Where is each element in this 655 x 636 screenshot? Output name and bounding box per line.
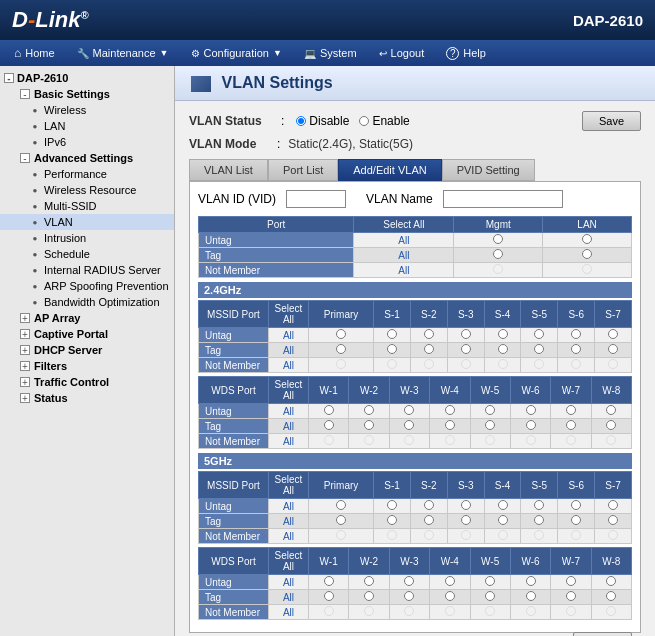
radio[interactable] [606,420,616,430]
radio[interactable] [445,405,455,415]
radio[interactable] [526,606,536,616]
vname-input[interactable] [443,190,563,208]
radio[interactable] [526,591,536,601]
radio[interactable] [445,420,455,430]
status-enable-radio[interactable] [359,116,369,126]
radio[interactable] [445,606,455,616]
sidebar-item-vlan[interactable]: ● VLAN [0,214,174,230]
sidebar-root-dap[interactable]: - DAP-2610 [0,70,174,86]
sidebar-group-traffic[interactable]: + Traffic Control [0,374,174,390]
radio[interactable] [526,405,536,415]
radio[interactable] [387,344,397,354]
radio[interactable] [424,359,434,369]
sidebar-item-performance[interactable]: ● Performance [0,166,174,182]
sidebar-group-basic[interactable]: - Basic Settings [0,86,174,102]
radio[interactable] [404,591,414,601]
radio[interactable] [566,405,576,415]
radio[interactable] [364,420,374,430]
sidebar-item-radius[interactable]: ● Internal RADIUS Server [0,262,174,278]
radio[interactable] [404,606,414,616]
5g-wds-tag-all[interactable]: All [283,592,294,603]
radio[interactable] [566,420,576,430]
radio[interactable] [387,500,397,510]
tab-port-list[interactable]: Port List [268,159,338,181]
radio[interactable] [445,591,455,601]
tag-all-link[interactable]: All [398,250,409,261]
24g-wds-nm-all[interactable]: All [283,436,294,447]
status-disable-radio[interactable] [296,116,306,126]
notmember-all-link[interactable]: All [398,265,409,276]
radio[interactable] [608,329,618,339]
radio[interactable] [571,515,581,525]
radio[interactable] [526,435,536,445]
radio[interactable] [608,530,618,540]
radio[interactable] [424,344,434,354]
radio[interactable] [387,359,397,369]
radio[interactable] [606,435,616,445]
24g-wds-untag-all[interactable]: All [283,406,294,417]
radio[interactable] [324,435,334,445]
radio[interactable] [461,530,471,540]
nav-help[interactable]: ? Help [436,44,496,63]
radio[interactable] [461,344,471,354]
radio[interactable] [445,435,455,445]
radio[interactable] [336,515,346,525]
sidebar-group-ap-array[interactable]: + AP Array [0,310,174,326]
5g-mssid-tag-all[interactable]: All [283,516,294,527]
sidebar-group-filters[interactable]: + Filters [0,358,174,374]
tag-mgmt-radio[interactable] [493,249,503,259]
radio[interactable] [485,591,495,601]
sidebar-item-wireless-resource[interactable]: ● Wireless Resource [0,182,174,198]
tab-vlan-list[interactable]: VLAN List [189,159,268,181]
radio[interactable] [336,359,346,369]
radio[interactable] [566,576,576,586]
radio[interactable] [364,606,374,616]
radio[interactable] [364,435,374,445]
radio[interactable] [534,344,544,354]
radio[interactable] [498,530,508,540]
radio[interactable] [404,576,414,586]
radio[interactable] [461,500,471,510]
radio[interactable] [324,420,334,430]
radio[interactable] [608,500,618,510]
radio[interactable] [534,515,544,525]
radio[interactable] [498,329,508,339]
radio[interactable] [608,515,618,525]
radio[interactable] [571,500,581,510]
untag-all-link[interactable]: All [398,235,409,246]
24g-mssid-untag-all[interactable]: All [283,330,294,341]
5g-mssid-nm-all[interactable]: All [283,531,294,542]
radio[interactable] [485,420,495,430]
radio[interactable] [498,515,508,525]
radio[interactable] [404,420,414,430]
radio[interactable] [324,606,334,616]
sidebar-item-multissid[interactable]: ● Multi-SSID [0,198,174,214]
radio[interactable] [566,591,576,601]
24g-mssid-tag-all[interactable]: All [283,345,294,356]
radio[interactable] [336,329,346,339]
radio[interactable] [571,344,581,354]
radio[interactable] [606,606,616,616]
radio[interactable] [566,606,576,616]
radio[interactable] [387,515,397,525]
nav-home[interactable]: ⌂ Home [4,43,65,63]
radio[interactable] [566,435,576,445]
tab-pvid-setting[interactable]: PVID Setting [442,159,535,181]
status-disable-option[interactable]: Disable [296,114,349,128]
radio[interactable] [571,530,581,540]
radio[interactable] [445,576,455,586]
radio[interactable] [387,329,397,339]
radio[interactable] [424,515,434,525]
notmember-lan-radio[interactable] [582,264,592,274]
radio[interactable] [387,530,397,540]
radio[interactable] [404,435,414,445]
nav-logout[interactable]: ↩ Logout [369,44,435,62]
radio[interactable] [364,576,374,586]
radio[interactable] [324,576,334,586]
radio[interactable] [534,530,544,540]
radio[interactable] [461,359,471,369]
radio[interactable] [364,591,374,601]
radio[interactable] [571,329,581,339]
radio[interactable] [336,530,346,540]
radio[interactable] [336,500,346,510]
